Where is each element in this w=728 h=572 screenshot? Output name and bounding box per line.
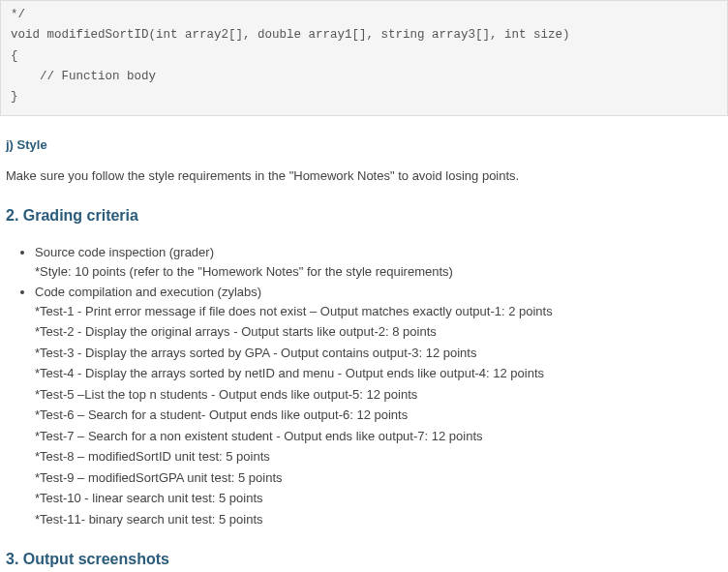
- criteria-item-0: Source code inspection (grader) *Style: …: [35, 243, 728, 281]
- criteria-sub-1-7: *Test-8 – modifiedSortID unit test: 5 po…: [35, 447, 728, 467]
- code-block-top: */ void modifiedSortID(int array2[], dou…: [0, 0, 728, 116]
- criteria-sub-1-8: *Test-9 – modifiedSortGPA unit test: 5 p…: [35, 468, 728, 488]
- criteria-sub-1-0: *Test-1 - Print error message if file do…: [35, 302, 728, 321]
- criteria-sub-1-4: *Test-5 –List the top n students - Outpu…: [35, 385, 728, 405]
- criteria-sub-0-0: *Style: 10 points (refer to the "Homewor…: [35, 262, 728, 282]
- grading-criteria-list: Source code inspection (grader) *Style: …: [35, 243, 728, 528]
- section-j-body: Make sure you follow the style requireme…: [6, 166, 728, 186]
- criteria-sub-1-9: *Test-10 - linear search unit test: 5 po…: [35, 489, 728, 508]
- criteria-sub-1-1: *Test-2 - Display the original arrays - …: [35, 322, 728, 342]
- criteria-item-1-sublist: *Test-1 - Print error message if file do…: [35, 302, 728, 529]
- criteria-item-0-sublist: *Style: 10 points (refer to the "Homewor…: [35, 262, 728, 282]
- criteria-item-1: Code compilation and execution (zylabs) …: [35, 283, 728, 528]
- criteria-item-0-label: Source code inspection (grader): [35, 245, 214, 259]
- criteria-item-1-label: Code compilation and execution (zylabs): [35, 285, 261, 299]
- section-j-label: j) Style: [6, 135, 728, 155]
- criteria-sub-1-2: *Test-3 - Display the arrays sorted by G…: [35, 344, 728, 363]
- criteria-sub-1-6: *Test-7 – Search for a non existent stud…: [35, 427, 728, 446]
- criteria-sub-1-10: *Test-11- binary search unit test: 5 poi…: [35, 510, 728, 529]
- section-2-heading: 2. Grading criteria: [6, 204, 728, 227]
- section-3-heading: 3. Output screenshots: [6, 548, 728, 571]
- criteria-sub-1-5: *Test-6 – Search for a student- Output e…: [35, 406, 728, 425]
- criteria-sub-1-3: *Test-4 - Display the arrays sorted by n…: [35, 364, 728, 383]
